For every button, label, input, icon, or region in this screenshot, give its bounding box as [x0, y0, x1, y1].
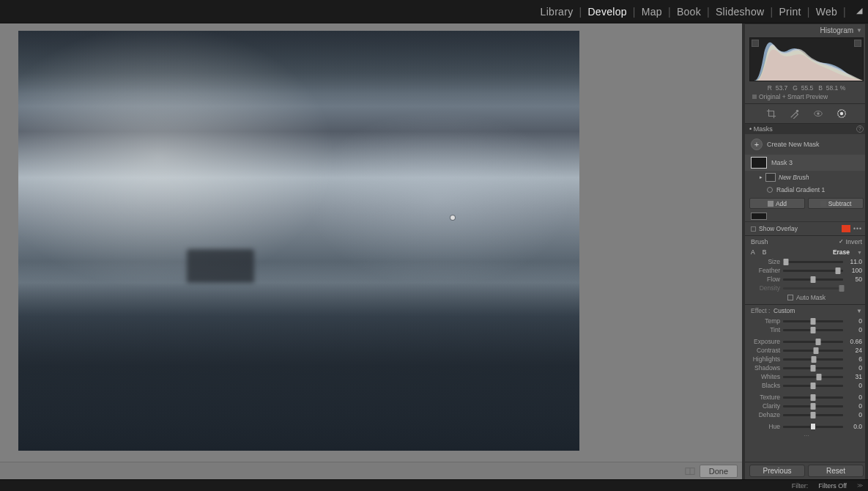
module-book[interactable]: Book [675, 6, 702, 18]
shadows-slider[interactable]: Shadows0 [745, 363, 868, 372]
filter-chevrons-icon[interactable]: ≫ [857, 482, 862, 489]
histogram[interactable] [749, 37, 864, 81]
mask-name: Mask 3 [771, 159, 793, 166]
done-button[interactable]: Done [700, 465, 738, 478]
density-slider[interactable]: Density [745, 284, 868, 292]
shadow-clipping-icon[interactable] [752, 40, 759, 47]
effect-header[interactable]: Effect : Custom▼ [745, 304, 868, 317]
identity-plate-icon[interactable]: ◢ [855, 6, 862, 16]
checkbox-icon[interactable] [751, 226, 756, 232]
texture-slider[interactable]: Texture0 [745, 393, 868, 402]
hue-slider[interactable]: Hue0.0 [745, 422, 868, 431]
highlights-slider[interactable]: Highlights6 [745, 355, 868, 363]
overlay-menu-icon[interactable]: ••• [853, 225, 862, 232]
brush-erase-button[interactable]: Erase [833, 248, 850, 256]
exposure-slider[interactable]: Exposure0.66 [745, 337, 868, 346]
mask-component-radial[interactable]: Radial Gradient 1 [745, 184, 868, 196]
mask-add-button[interactable]: Add [749, 198, 805, 209]
clarity-slider[interactable]: Clarity0 [745, 402, 868, 410]
mask-thumb [751, 157, 767, 169]
preview-status: Original + Smart Preview [745, 93, 868, 103]
automask-toggle[interactable]: Auto Mask [745, 292, 868, 304]
size-slider[interactable]: Size11.0 [745, 257, 868, 266]
brush-b-button[interactable]: B [763, 248, 767, 256]
feather-slider[interactable]: Feather100 [745, 266, 868, 275]
dehaze-slider[interactable]: Dehaze0 [745, 410, 868, 419]
redeye-tool-icon[interactable] [813, 108, 823, 119]
module-map[interactable]: Map [640, 6, 664, 18]
histogram-label: Histogram [820, 26, 854, 34]
blacks-slider[interactable]: Blacks0 [745, 381, 868, 390]
module-tabs: Library| Develop| Map| Book| Slideshow| … [539, 6, 862, 18]
develop-toolbar: Done [0, 462, 742, 479]
mask-item-selected[interactable]: Mask 3 [745, 155, 868, 171]
invert-toggle[interactable]: Invert [839, 238, 862, 246]
add-mask-icon[interactable]: + [751, 139, 763, 150]
module-library[interactable]: Library [539, 6, 575, 18]
flow-slider[interactable]: Flow50 [745, 275, 868, 284]
brush-a-button[interactable]: A [751, 248, 755, 256]
chevron-down-icon: ▼ [856, 27, 862, 34]
photo-canvas[interactable] [18, 31, 579, 451]
filmstrip-bar: Filter: Filters Off ≫ [0, 479, 868, 491]
mask-component-brush[interactable]: ▸New Brush [745, 171, 868, 184]
panel-scrollbar[interactable] [865, 23, 868, 479]
reset-button[interactable]: Reset [808, 465, 864, 477]
histogram-header[interactable]: Histogram▼ [745, 23, 868, 37]
create-mask-label: Create New Mask [767, 141, 820, 148]
previous-button[interactable]: Previous [749, 465, 805, 477]
filter-label: Filter: [792, 482, 809, 490]
brush-section-header: Brush Invert [745, 235, 868, 247]
mask-item[interactable] [751, 213, 767, 220]
local-tools-strip [745, 103, 868, 124]
module-develop[interactable]: Develop [586, 6, 628, 18]
overlay-color-swatch[interactable] [842, 225, 850, 232]
module-slideshow[interactable]: Slideshow [714, 6, 766, 18]
heal-tool-icon[interactable] [790, 108, 800, 119]
svg-rect-7 [768, 201, 774, 207]
viewer-area: Done [0, 23, 742, 479]
create-mask-row[interactable]: + Create New Mask [745, 134, 868, 155]
tint-slider[interactable]: Tint0 [745, 325, 868, 334]
help-icon[interactable]: ? [856, 125, 864, 133]
masking-tool-icon[interactable] [837, 108, 847, 119]
module-print[interactable]: Print [777, 6, 802, 18]
masks-panel-header[interactable]: • Masks? [745, 124, 868, 134]
right-panel: Histogram▼ R 53.7 G 55.5 B 58.1 % Origin… [745, 23, 868, 479]
radial-icon [767, 187, 773, 193]
svg-point-4 [817, 112, 820, 115]
contrast-slider[interactable]: Contrast24 [745, 346, 868, 355]
mask-pin[interactable] [450, 215, 455, 220]
mask-subtract-button[interactable]: Subtract [808, 198, 864, 209]
svg-point-6 [840, 112, 843, 115]
show-overlay-row[interactable]: Show Overlay ••• [745, 221, 868, 235]
crop-tool-icon[interactable] [766, 108, 776, 119]
truncated-label: ⋯ [745, 431, 868, 440]
whites-slider[interactable]: Whites31 [745, 372, 868, 381]
svg-point-2 [796, 110, 799, 113]
svg-rect-8 [820, 201, 826, 207]
filters-off-button[interactable]: Filters Off [818, 482, 847, 490]
chevron-down-icon[interactable]: ▼ [857, 250, 862, 255]
highlight-clipping-icon[interactable] [854, 40, 861, 47]
module-web[interactable]: Web [815, 6, 839, 18]
rgb-readout: R 53.7 G 55.5 B 58.1 % [745, 83, 868, 93]
brush-icon [765, 173, 776, 182]
temp-slider[interactable]: Temp0 [745, 317, 868, 325]
toggle-before-after-icon[interactable] [685, 466, 695, 476]
module-picker-bar: Library| Develop| Map| Book| Slideshow| … [0, 0, 868, 23]
